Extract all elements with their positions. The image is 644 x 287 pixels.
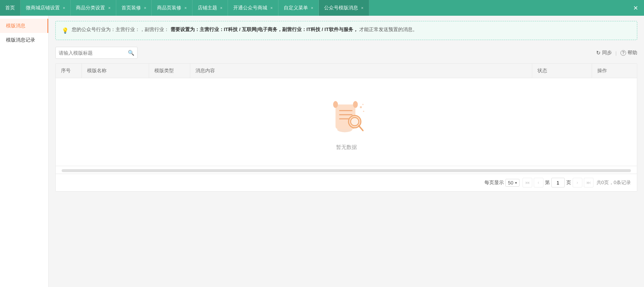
search-toolbar: 🔍 ↻ 同步 | ? 帮助: [55, 47, 637, 59]
sidebar-item-template-msg-label: 模版消息: [6, 23, 25, 28]
empty-text: 暂无数据: [336, 144, 357, 151]
empty-state: 暂无数据: [56, 78, 637, 166]
close-tab-theme[interactable]: ×: [220, 6, 222, 10]
page-size-label: 每页显示: [484, 179, 504, 186]
page-label: 页: [566, 179, 571, 186]
tab-category[interactable]: 商品分类设置 ×: [71, 0, 116, 16]
toolbar-right: ↻ 同步 | ? 帮助: [596, 49, 637, 56]
help-circle-icon: ?: [620, 50, 626, 56]
close-tab-custom-menu[interactable]: ×: [311, 6, 313, 10]
page-size-select: 每页显示 50 ▾: [484, 179, 519, 187]
tab-home-label: 首页: [5, 4, 15, 11]
page-size-dropdown[interactable]: 50 ▾: [505, 179, 519, 187]
tab-template-msg[interactable]: 公众号模版消息 ×: [319, 0, 369, 16]
notice-highlight: 需要设置为：主营行业：IT科技 / 互联网|电子商务，副营行业：IT科技 / I…: [170, 27, 358, 32]
tab-home-decor-label: 首页装修: [121, 4, 141, 11]
close-tab-template-msg[interactable]: ×: [361, 6, 363, 10]
pager-first-button[interactable]: ⏮: [523, 178, 532, 187]
close-tab-home-decor[interactable]: ×: [144, 6, 146, 10]
search-input[interactable]: [59, 50, 128, 56]
pagination: 每页显示 50 ▾ ⏮ ‹ 第 页 › ⏭: [56, 174, 637, 191]
svg-point-12: [363, 111, 364, 112]
notice-suffix: 才能正常发送预置的消息。: [359, 27, 417, 32]
close-all-icon: ✕: [633, 4, 638, 12]
main-content: 💡 您的公众号行业为：主营行业：，副营行业： 需要设置为：主营行业：IT科技 /…: [49, 16, 644, 287]
notice-box: 💡 您的公众号行业为：主营行业：，副营行业： 需要设置为：主营行业：IT科技 /…: [55, 21, 637, 40]
tab-custom-menu-label: 自定义菜单: [284, 4, 308, 11]
svg-point-3: [353, 101, 358, 108]
tab-category-label: 商品分类设置: [76, 4, 105, 11]
page-size-value: 50: [508, 180, 513, 186]
horizontal-scrollbar[interactable]: [62, 169, 631, 172]
pager: ⏮ ‹ 第 页 › ⏭: [523, 178, 594, 187]
tab-home-decor[interactable]: 首页装修 ×: [116, 0, 152, 16]
pager-prev-button[interactable]: ‹: [534, 178, 543, 187]
svg-line-10: [359, 126, 363, 131]
col-index: 序号: [56, 64, 82, 78]
body-layout: 模版消息 模版消息记录 💡 您的公众号行业为：主营行业：，副营行业： 需要设置为…: [0, 16, 644, 287]
col-template-type: 模版类型: [149, 64, 190, 78]
chevron-down-icon: ▾: [515, 181, 517, 185]
tab-open-mall[interactable]: 开通公众号商城 ×: [228, 0, 278, 16]
close-tab-product-decor[interactable]: ×: [184, 6, 187, 10]
sidebar-item-template-msg-log-label: 模版消息记录: [6, 37, 35, 43]
scroll-track-wrap: [56, 166, 637, 174]
help-button[interactable]: ? 帮助: [620, 49, 637, 56]
sync-icon: ↻: [596, 50, 601, 56]
search-icon[interactable]: 🔍: [128, 50, 134, 56]
table-header: 序号 模版名称 模版类型 消息内容 状态 操作: [56, 64, 637, 78]
tab-product-decor[interactable]: 商品页装修 ×: [152, 0, 192, 16]
sync-label: 同步: [602, 49, 612, 56]
notice-text: 您的公众号行业为：主营行业：，副营行业： 需要设置为：主营行业：IT科技 / 互…: [72, 26, 417, 34]
tab-shop-settings-label: 微商城店铺设置: [26, 4, 60, 11]
sidebar: 模版消息 模版消息记录: [0, 16, 49, 287]
svg-point-13: [362, 104, 364, 105]
tab-product-decor-label: 商品页装修: [157, 4, 181, 11]
bulb-icon: 💡: [62, 26, 69, 35]
close-tab-open-mall[interactable]: ×: [270, 6, 272, 10]
col-action: 操作: [592, 64, 637, 78]
page-number-input[interactable]: [551, 178, 565, 187]
col-status: 状态: [532, 64, 592, 78]
tab-shop-settings[interactable]: 微商城店铺设置 ×: [21, 0, 71, 16]
top-nav: 首页 微商城店铺设置 × 商品分类设置 × 首页装修 × 商品页装修 × 店铺主…: [0, 0, 644, 16]
tab-open-mall-label: 开通公众号商城: [233, 4, 267, 11]
tab-theme[interactable]: 店铺主题 ×: [192, 0, 228, 16]
total-text: 共0页，0条记录: [597, 179, 631, 186]
page-input-wrap: 第 页: [545, 178, 571, 187]
empty-illustration: [326, 97, 367, 138]
tab-home[interactable]: 首页: [0, 0, 21, 16]
sidebar-item-template-msg[interactable]: 模版消息: [0, 19, 48, 33]
sync-button[interactable]: ↻ 同步: [596, 49, 612, 56]
tab-template-msg-label: 公众号模版消息: [324, 4, 358, 11]
svg-point-11: [360, 106, 362, 109]
page-di-label: 第: [545, 179, 550, 186]
pager-next-button[interactable]: ›: [573, 178, 582, 187]
notice-prefix: 您的公众号行业为：主营行业：，副营行业：: [72, 27, 169, 32]
col-template-name: 模版名称: [82, 64, 149, 78]
col-msg-content: 消息内容: [190, 64, 532, 78]
data-table: 序号 模版名称 模版类型 消息内容 状态 操作: [55, 63, 637, 192]
svg-point-2: [333, 101, 338, 108]
help-label: 帮助: [628, 49, 637, 56]
pipe-divider: |: [616, 50, 617, 56]
close-tab-category[interactable]: ×: [108, 6, 110, 10]
search-input-wrap[interactable]: 🔍: [55, 47, 138, 59]
tab-theme-label: 店铺主题: [198, 4, 217, 11]
tab-custom-menu[interactable]: 自定义菜单 ×: [278, 0, 319, 16]
sidebar-item-template-msg-log[interactable]: 模版消息记录: [0, 33, 48, 47]
close-tab-shop-settings[interactable]: ×: [63, 6, 65, 10]
close-all-button[interactable]: ✕: [627, 0, 644, 16]
pager-last-button[interactable]: ⏭: [584, 178, 594, 187]
